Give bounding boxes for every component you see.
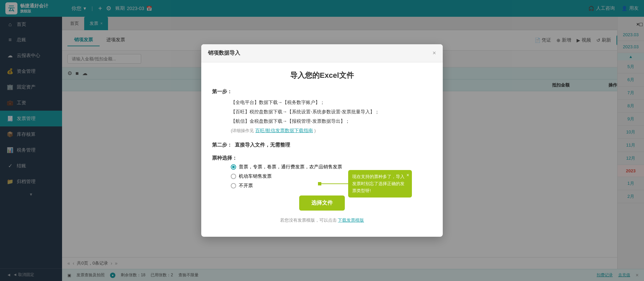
step1-block: 第一步： 【全电平台】数据下载→【税务数字账户】； 【百旺】税控盘数据下载→【系…	[212, 89, 432, 135]
step2-block: 第二步： 直接导入文件，无需整理	[212, 142, 432, 148]
step1-hint: (详细操作见 百旺/航信发票数据下载指南 )	[231, 126, 432, 135]
modal-subtitle: 导入您的Excel文件	[212, 70, 432, 80]
tooltip-line	[321, 183, 348, 184]
modal-title: 销项数据导入	[208, 50, 240, 57]
tooltip-bubble: × 现在支持的票种多了，导入发票时别忘了选择正确的发票类型呀!	[348, 170, 412, 198]
modal-overlay: 销项数据导入 × 导入您的Excel文件 第一步： 【全电平台】数据下载→【税务…	[0, 0, 644, 281]
tooltip-container: × 现在支持的票种多了，导入发票时别忘了选择正确的发票类型呀!	[318, 170, 412, 198]
tooltip-dot	[318, 182, 321, 185]
step1-title: 第一步：	[212, 89, 432, 95]
download-guide-link[interactable]: 百旺/航信发票数据下载指南	[255, 128, 313, 133]
import-modal: 销项数据导入 × 导入您的Excel文件 第一步： 【全电平台】数据下载→【税务…	[201, 44, 443, 237]
step2-title: 第二步： 直接导入文件，无需整理	[212, 142, 432, 148]
radio-motor[interactable]: 机动车销售发票 × 现在支持的票种多了，导入发票时别忘了选择正确的发票类型呀!	[231, 173, 432, 179]
radio-general[interactable]: 普票，专票，卷票，通行费发票，农产品销售发票	[231, 164, 432, 170]
modal-header: 销项数据导入 ×	[201, 44, 443, 62]
radio-motor-circle	[231, 174, 236, 179]
radio-no-ticket-circle	[231, 183, 236, 188]
download-template-link[interactable]: 下载发票模版	[338, 218, 364, 223]
modal-footer: 若您没有发票模版，可以点击 下载发票模版	[212, 217, 432, 229]
select-file-btn[interactable]: 选择文件	[299, 195, 345, 211]
tooltip-close-btn[interactable]: ×	[407, 171, 409, 179]
step1-content: 【全电平台】数据下载→【税务数字账户】； 【百旺】税控盘数据下载→【系统设置-系…	[231, 98, 432, 135]
radio-group: 普票，专票，卷票，通行费发票，农产品销售发票 机动车销售发票 × 现在支持的票	[231, 164, 432, 189]
ticket-select-title: 票种选择：	[212, 155, 432, 161]
ticket-select-block: 票种选择： 普票，专票，卷票，通行费发票，农产品销售发票 机动车销售发票	[212, 155, 432, 189]
radio-general-circle	[231, 164, 236, 170]
modal-close-btn[interactable]: ×	[432, 50, 436, 57]
modal-body: 导入您的Excel文件 第一步： 【全电平台】数据下载→【税务数字账户】； 【百…	[201, 62, 443, 237]
